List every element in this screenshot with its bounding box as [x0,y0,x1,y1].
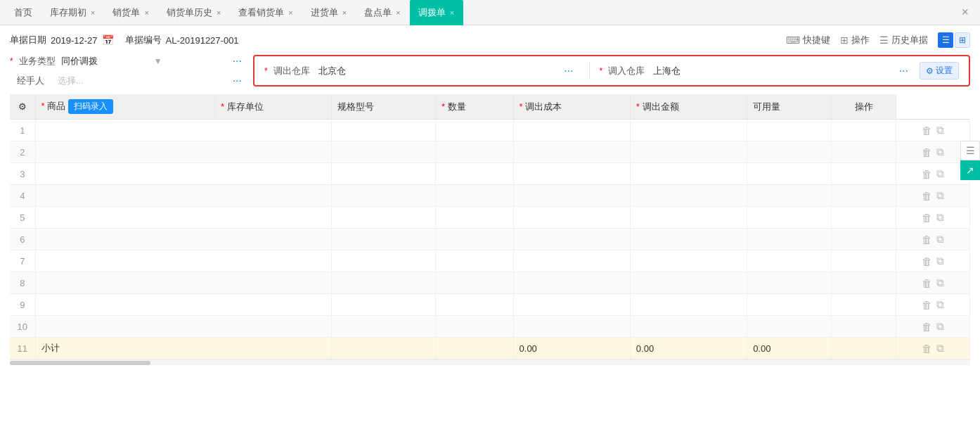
row-available-8[interactable] [832,272,896,294]
copy-icon-5[interactable]: ⧉ [936,211,944,224]
row-available-6[interactable] [832,229,896,250]
view-toggle-list[interactable]: ☰ [938,32,953,48]
delete-icon-1[interactable]: 🗑 [922,125,932,136]
subtotal-copy-icon[interactable]: ⧉ [936,342,944,355]
sidebar-export-icon[interactable]: ↗ [960,160,980,180]
calendar-icon[interactable]: 📅 [102,34,114,46]
row-amount-3[interactable] [747,163,832,185]
copy-icon-2[interactable]: ⧉ [936,146,944,158]
business-type-dropdown[interactable]: ▼ [154,56,162,66]
delete-icon-3[interactable]: 🗑 [922,168,932,180]
row-qty-5[interactable] [513,207,630,229]
tab-sales-order-close[interactable]: × [144,8,148,17]
row-amount-10[interactable] [747,316,832,338]
row-amount-9[interactable] [747,294,832,316]
delete-icon-10[interactable]: 🗑 [922,321,932,333]
operations-btn[interactable]: ⊞ 操作 [840,34,870,46]
row-spec-7[interactable] [435,250,513,272]
row-qty-1[interactable] [513,120,630,141]
copy-icon-8[interactable]: ⧉ [936,276,944,289]
row-spec-8[interactable] [435,272,513,294]
tab-bar-close-btn[interactable]: × [955,5,974,20]
row-qty-8[interactable] [513,272,630,294]
tab-home[interactable]: 首页 [6,0,41,25]
scan-button[interactable]: 扫码录入 [68,99,113,114]
row-product-4[interactable] [35,185,332,207]
copy-icon-3[interactable]: ⧉ [936,167,944,180]
row-qty-3[interactable] [513,163,630,185]
row-unit-9[interactable] [332,294,436,316]
row-unit-5[interactable] [332,207,436,229]
row-unit-6[interactable] [332,229,436,250]
delete-icon-8[interactable]: 🗑 [922,277,932,289]
row-spec-1[interactable] [435,120,513,141]
row-cost-8[interactable] [630,272,747,294]
tab-purchase[interactable]: 进货单 × [302,0,356,25]
row-unit-3[interactable] [332,163,436,185]
handler-placeholder[interactable]: 选择... [58,75,84,87]
copy-icon-6[interactable]: ⧉ [936,233,944,246]
row-available-7[interactable] [832,250,896,272]
row-product-2[interactable] [35,141,332,163]
tab-view-sales[interactable]: 查看销货单 × [230,0,302,25]
subtotal-delete-icon[interactable]: 🗑 [922,343,932,355]
row-available-5[interactable] [832,207,896,229]
tab-sales-history-close[interactable]: × [217,8,221,17]
delete-icon-5[interactable]: 🗑 [922,212,932,224]
row-product-9[interactable] [35,294,332,316]
tab-sales-history[interactable]: 销货单历史 × [158,0,230,25]
delete-icon-2[interactable]: 🗑 [922,146,932,158]
row-spec-4[interactable] [435,185,513,207]
tab-purchase-close[interactable]: × [342,8,347,17]
bottom-scrollbar[interactable] [10,359,970,365]
copy-icon-4[interactable]: ⧉ [936,189,944,202]
row-unit-4[interactable] [332,185,436,207]
tab-sales-order[interactable]: 销货单 × [104,0,157,25]
row-unit-10[interactable] [332,316,436,338]
row-amount-2[interactable] [747,141,832,163]
row-qty-10[interactable] [513,316,630,338]
row-amount-4[interactable] [747,185,832,207]
row-cost-5[interactable] [630,207,747,229]
row-product-5[interactable] [35,207,332,229]
row-unit-8[interactable] [332,272,436,294]
delete-icon-7[interactable]: 🗑 [922,255,932,267]
tab-view-sales-close[interactable]: × [288,8,292,17]
row-spec-3[interactable] [435,163,513,185]
handler-more[interactable]: ··· [233,75,242,87]
row-available-1[interactable] [832,120,896,141]
row-amount-6[interactable] [747,229,832,250]
col-gear[interactable]: ⚙ [10,94,35,120]
copy-icon-9[interactable]: ⧉ [936,298,944,311]
row-product-3[interactable] [35,163,332,185]
row-spec-2[interactable] [435,141,513,163]
row-qty-4[interactable] [513,185,630,207]
row-amount-8[interactable] [747,272,832,294]
row-amount-1[interactable] [747,120,832,141]
row-product-1[interactable] [35,120,332,141]
row-qty-6[interactable] [513,229,630,250]
row-cost-7[interactable] [630,250,747,272]
business-type-more[interactable]: ··· [233,55,242,68]
copy-icon-10[interactable]: ⧉ [936,320,944,333]
tab-inventory-init[interactable]: 库存期初 × [41,0,104,25]
row-available-9[interactable] [832,294,896,316]
row-unit-7[interactable] [332,250,436,272]
row-spec-10[interactable] [435,316,513,338]
row-unit-1[interactable] [332,120,436,141]
tab-inventory-check-close[interactable]: × [396,8,400,17]
tab-transfer-close[interactable]: × [450,8,454,17]
history-btn[interactable]: ☰ 历史单据 [879,34,928,46]
copy-icon-7[interactable]: ⧉ [936,255,944,267]
delete-icon-4[interactable]: 🗑 [922,190,932,202]
delete-icon-6[interactable]: 🗑 [922,234,932,246]
row-spec-9[interactable] [435,294,513,316]
row-qty-9[interactable] [513,294,630,316]
settings-button[interactable]: ⚙ 设置 [920,62,959,79]
delete-icon-9[interactable]: 🗑 [922,299,932,311]
row-product-6[interactable] [35,229,332,250]
tab-inventory-init-close[interactable]: × [91,8,95,17]
row-cost-9[interactable] [630,294,747,316]
scrollbar-thumb[interactable] [10,361,150,365]
copy-icon-1[interactable]: ⧉ [936,124,944,136]
